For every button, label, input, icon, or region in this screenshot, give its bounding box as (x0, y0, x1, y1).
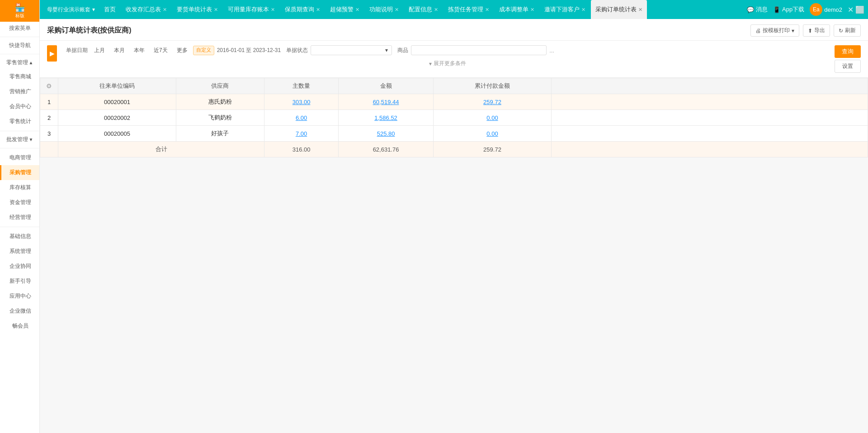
print-button[interactable]: 🖨 按模板打印 ▾ (750, 24, 799, 37)
app-download-btn[interactable]: 📱 App下载 (773, 5, 804, 14)
header-actions: 🖨 按模板打印 ▾ ⬆ 导出 ↻ 刷新 (750, 24, 861, 37)
date-tab-7days[interactable]: 近7天 (150, 46, 171, 55)
sidebar-item-retail-shop[interactable]: 零售商城 (0, 69, 39, 84)
tab-home[interactable]: 首页 (99, 0, 120, 19)
table-body: 1 00020001 惠氏奶粉 303.00 60,519.44 259.72 … (40, 94, 868, 142)
tab-config-info[interactable]: 配置信息 ✕ (404, 0, 443, 19)
row-extra (552, 110, 868, 126)
settings-button[interactable]: 设置 (835, 60, 861, 73)
sidebar-item-marketing[interactable]: 营销推广 (0, 84, 39, 99)
more-dots-icon[interactable]: ... (549, 47, 554, 54)
goods-label: 商品 (397, 47, 408, 54)
tab-req-stats[interactable]: 要货单统计表 ✕ (172, 0, 222, 19)
tab-usable-inventory[interactable]: 可用量库存账本 ✕ (223, 0, 279, 19)
date-tab-more[interactable]: 更多 (173, 46, 191, 55)
account-dropdown[interactable]: 母婴行业演示账套 ▾ (43, 6, 99, 14)
sidebar-item-inventory[interactable]: 库存核算 (0, 180, 39, 195)
date-tab-this-year[interactable]: 本年 (130, 46, 148, 55)
sidebar-item-vip[interactable]: 畅会员 (0, 319, 39, 333)
close-icon5[interactable]: ✕ (355, 7, 359, 13)
table-row: 3 00020005 好孩子 7.00 525.80 0.00 (40, 126, 868, 142)
row-paid[interactable]: 0.00 (434, 126, 552, 142)
sidebar-item-quick-nav[interactable]: 快捷导航 (0, 39, 39, 52)
footer-qty: 316.00 (264, 142, 339, 157)
divider5 (0, 227, 39, 227)
tab-collect-pay[interactable]: 收发存汇总表 ✕ (121, 0, 171, 19)
sidebar-item-ecommerce[interactable]: 电商管理 (0, 150, 39, 165)
export-icon: ⬆ (808, 28, 812, 34)
close-icon4[interactable]: ✕ (316, 7, 320, 13)
chevron-down-icon: ▲ (29, 60, 33, 65)
tab-purchase-stats[interactable]: 采购订单统计表 ✕ (591, 0, 647, 19)
status-filter-group: 单据状态 ▾ (286, 45, 392, 55)
close-icon[interactable]: ✕ (163, 7, 167, 13)
window-controls: ✕ ⬜ (848, 5, 864, 14)
sidebar-item-enterprise[interactable]: 企业协同 (0, 259, 39, 274)
tab-overstock[interactable]: 超储预警 ✕ (326, 0, 364, 19)
sidebar-item-retail[interactable]: 零售管理 ▲ (0, 56, 39, 69)
sidebar-item-new-guide[interactable]: 新手引导 (0, 274, 39, 289)
close-window-icon[interactable]: ✕ (848, 5, 854, 14)
row-amount[interactable]: 1,586.52 (339, 110, 434, 126)
sidebar-item-basic-info[interactable]: 基础信息 (0, 229, 39, 244)
row-amount[interactable]: 60,519.44 (339, 94, 434, 110)
tab-func-desc[interactable]: 功能说明 ✕ (365, 0, 403, 19)
close-icon3[interactable]: ✕ (271, 7, 275, 13)
filter-toggle-button[interactable]: ▶ (47, 45, 57, 62)
row-qty[interactable]: 7.00 (264, 126, 339, 142)
tab-cost-adjust[interactable]: 成本调整单 ✕ (495, 0, 539, 19)
query-button[interactable]: 查询 (835, 45, 861, 58)
settings-icon[interactable]: ⚙ (46, 82, 52, 90)
tab-invite-downstream[interactable]: 邀请下游客户 ✕ (540, 0, 590, 19)
user-avatar[interactable]: Ea demo2 (810, 3, 842, 16)
close-icon11[interactable]: ✕ (638, 7, 642, 13)
sidebar-item-app-center[interactable]: 应用中心 (0, 289, 39, 304)
sidebar-item-search[interactable]: 搜索英单 (0, 22, 39, 35)
sidebar-item-enterprise-wechat[interactable]: 企业微信 (0, 304, 39, 319)
close-icon2[interactable]: ✕ (214, 7, 218, 13)
sidebar-item-wholesale[interactable]: 批发管理 ▼ (0, 133, 39, 146)
close-icon9[interactable]: ✕ (530, 7, 534, 13)
date-tab-prev-month[interactable]: 上月 (90, 46, 108, 55)
sidebar: 🏪 标版 搜索英单 快捷导航 零售管理 ▲ 零售商城 营销推广 会员中心 零售统… (0, 0, 40, 433)
goods-input[interactable] (411, 45, 547, 55)
table-row: 1 00020001 惠氏奶粉 303.00 60,519.44 259.72 (40, 94, 868, 110)
tab-pick-task[interactable]: 拣货任务管理 ✕ (443, 0, 494, 19)
sidebar-item-purchase[interactable]: 采购管理 (0, 165, 39, 180)
divider3 (0, 131, 39, 131)
page-header: 采购订单统计表(按供应商) 🖨 按模板打印 ▾ ⬆ 导出 ↻ 刷新 (40, 19, 868, 41)
row-no: 2 (40, 110, 58, 126)
export-button[interactable]: ⬆ 导出 (803, 24, 830, 37)
tab-warranty[interactable]: 保质期查询 ✕ (280, 0, 325, 19)
maximize-window-icon[interactable]: ⬜ (855, 5, 864, 14)
message-btn[interactable]: 💬 消息 (747, 5, 768, 14)
row-code: 00020002 (58, 110, 176, 126)
close-icon7[interactable]: ✕ (434, 7, 438, 13)
message-icon: 💬 (747, 6, 754, 13)
expand-more-btn[interactable]: ▾ 展开更多条件 (66, 58, 829, 69)
row-qty[interactable]: 6.00 (264, 110, 339, 126)
row-qty[interactable]: 303.00 (264, 94, 339, 110)
sidebar-item-system[interactable]: 系统管理 (0, 244, 39, 259)
footer-extra (552, 142, 868, 157)
row-amount[interactable]: 525.80 (339, 126, 434, 142)
chevron-down-icon3: ▾ (92, 6, 95, 13)
close-icon10[interactable]: ✕ (581, 7, 585, 13)
status-select[interactable]: ▾ (311, 45, 392, 55)
sidebar-item-finance[interactable]: 资金管理 (0, 195, 39, 210)
divider (0, 37, 39, 37)
sidebar-item-operations[interactable]: 经营管理 (0, 210, 39, 225)
data-table: ⚙ 往来单位编码 供应商 主数量 金额 累计付款金额 1 00020001 (40, 78, 868, 157)
table-area: ⚙ 往来单位编码 供应商 主数量 金额 累计付款金额 1 00020001 (40, 78, 868, 157)
close-icon8[interactable]: ✕ (485, 7, 489, 13)
row-supplier: 好孩子 (176, 126, 264, 142)
row-code: 00020005 (58, 126, 176, 142)
row-paid[interactable]: 259.72 (434, 94, 552, 110)
refresh-button[interactable]: ↻ 刷新 (834, 24, 861, 37)
row-paid[interactable]: 0.00 (434, 110, 552, 126)
sidebar-item-retail-stats[interactable]: 零售统计 (0, 114, 39, 129)
date-tab-this-month[interactable]: 本月 (110, 46, 128, 55)
sidebar-item-member[interactable]: 会员中心 (0, 99, 39, 114)
close-icon6[interactable]: ✕ (395, 7, 399, 13)
table-footer-row: 合计 316.00 62,631.76 259.72 (40, 142, 868, 157)
